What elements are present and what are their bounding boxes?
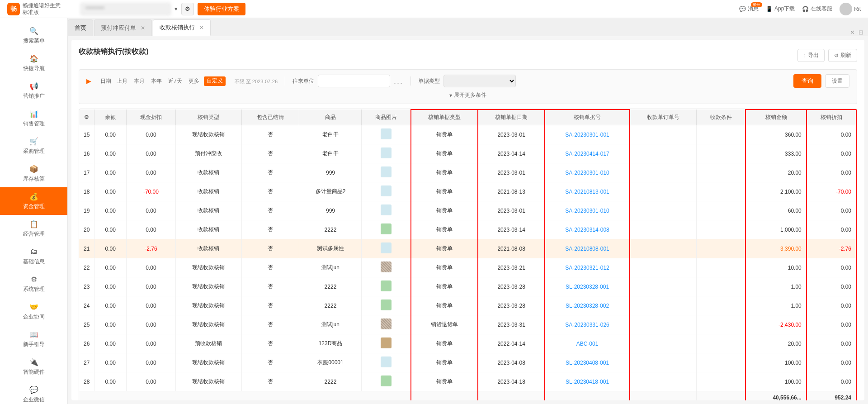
online-service-btn[interactable]: 🎧 在线客服: [802, 5, 832, 13]
row-bill-no[interactable]: SA-20230301-010: [545, 201, 630, 220]
row-receipt-condition: [696, 163, 745, 182]
collapse-toggle[interactable]: ▶: [86, 77, 91, 85]
sidebar-item-purchase[interactable]: 🛒 采购管理: [0, 132, 67, 160]
bill-no-link[interactable]: SA-20230301-001: [565, 132, 609, 138]
industry-button[interactable]: 体验行业方案: [198, 3, 245, 15]
tab-home[interactable]: 首页: [68, 19, 93, 36]
sidebar-item-management[interactable]: 📋 经营管理: [0, 215, 67, 242]
restore-icon[interactable]: ⊡: [859, 29, 863, 36]
sidebar-item-marketing[interactable]: 📢 营销推广: [0, 77, 67, 105]
table-row: 19 0.00 0.00 收款核销 否 999 销货单 2023-03-01 S…: [79, 201, 856, 220]
bill-type-filter: 单据类型: [418, 75, 516, 87]
page-title-bar: 收款核销执行(按收款) ↑ 导出 ↺ 刷新: [79, 47, 857, 64]
date-this-year[interactable]: 本年: [149, 76, 164, 86]
row-bill-no[interactable]: SL-20230418-001: [545, 372, 630, 391]
sidebar-item-nav[interactable]: 🏠 快捷导航: [0, 49, 67, 77]
row-balance: 0.00: [94, 239, 127, 258]
row-goods: 2222: [299, 372, 362, 391]
date-last-month[interactable]: 上月: [115, 76, 129, 86]
sidebar-item-base-info[interactable]: 🗂 基础信息: [0, 242, 67, 270]
sidebar-item-collab[interactable]: 🤝 企业协同: [0, 298, 67, 325]
table-row: 22 0.00 0.00 现结收款核销 否 测试jun 销货单 2023-03-…: [79, 258, 856, 277]
row-receipt-no: [630, 144, 696, 163]
bill-no-link[interactable]: SL-20230328-002: [566, 303, 609, 309]
messages-badge[interactable]: 💬 消息 99+: [739, 5, 759, 13]
settings-button[interactable]: ⚙: [181, 3, 194, 15]
bill-no-link[interactable]: SL-20230418-001: [566, 379, 609, 385]
row-balance: 0.00: [94, 125, 127, 144]
row-write-off-type: 现结收款核销: [175, 258, 241, 277]
search-input-blurred[interactable]: ••••••••••: [80, 3, 171, 15]
bill-no-link[interactable]: SA-20210808-001: [565, 246, 609, 252]
bill-no-link[interactable]: SA-20230414-017: [565, 151, 609, 157]
tab-collection[interactable]: 收款核销执行 ✕: [153, 19, 211, 36]
sidebar-item-search[interactable]: 🔍 搜索菜单: [0, 22, 67, 49]
date-more[interactable]: 更多: [187, 76, 201, 86]
sidebar-item-inventory[interactable]: 📦 库存核算: [0, 160, 67, 187]
bill-no-link[interactable]: SA-20210813-001: [565, 189, 609, 195]
th-goods-img: 商品图片: [362, 109, 411, 125]
partner-input[interactable]: [318, 75, 390, 87]
date-custom[interactable]: 自定义: [204, 76, 226, 86]
set-button[interactable]: 设置: [825, 74, 849, 88]
table-row: 27 0.00 0.00 现结收款核销 否 衣服00001 销货单 2023-0…: [79, 353, 856, 372]
row-receipt-no: [630, 220, 696, 239]
row-goods-img: [362, 201, 411, 220]
bill-no-link[interactable]: SL-20230408-001: [566, 360, 609, 366]
sidebar-item-sales[interactable]: 📊 销售管理: [0, 105, 67, 132]
expand-conditions-btn[interactable]: ▾ 展开更多条件: [449, 91, 486, 99]
date-this-month[interactable]: 本月: [132, 76, 146, 86]
dropdown-arrow-icon[interactable]: ▾: [175, 5, 178, 12]
row-bill-no[interactable]: ABC-001: [545, 334, 630, 353]
sidebar-item-guide[interactable]: 📖 新手引导: [0, 325, 67, 353]
bill-no-link[interactable]: SA-20230301-010: [565, 170, 609, 176]
th-receipt-no: 收款单订单号: [630, 109, 696, 125]
bill-no-link[interactable]: ABC-001: [576, 341, 599, 347]
row-goods-img: [362, 144, 411, 163]
row-bill-no[interactable]: SL-20230408-001: [545, 353, 630, 372]
goods-image: [381, 280, 392, 291]
row-bill-no[interactable]: SA-20230321-012: [545, 258, 630, 277]
partner-dots[interactable]: ...: [394, 76, 403, 86]
row-has-settled: 否: [242, 334, 299, 353]
base-info-icon: 🗂: [29, 247, 38, 256]
row-bill-type: 销货单: [411, 125, 478, 144]
row-receipt-condition: [696, 372, 745, 391]
bill-no-link[interactable]: SA-20230301-010: [565, 208, 609, 214]
row-bill-no[interactable]: SL-20230328-002: [545, 296, 630, 315]
headset-icon: 🎧: [802, 6, 809, 12]
user-profile[interactable]: Rit: [840, 3, 861, 15]
row-bill-date: 2021-08-08: [478, 239, 545, 258]
tab-close-collection[interactable]: ✕: [199, 24, 204, 31]
bill-no-link[interactable]: SA-20230331-026: [565, 322, 609, 328]
bill-no-link[interactable]: SA-20230314-008: [565, 227, 609, 233]
tab-prepay[interactable]: 预付冲应付单 ✕: [94, 19, 152, 36]
row-bill-no[interactable]: SL-20230328-001: [545, 277, 630, 296]
export-button[interactable]: ↑ 导出: [797, 49, 825, 62]
refresh-button[interactable]: ↺ 刷新: [828, 49, 857, 62]
bill-no-link[interactable]: SL-20230328-001: [566, 284, 609, 290]
row-bill-no[interactable]: SA-20230301-010: [545, 163, 630, 182]
close-tab-icon[interactable]: ✕: [850, 29, 855, 36]
row-bill-no[interactable]: SA-20230414-017: [545, 144, 630, 163]
row-bill-no[interactable]: SA-20230314-008: [545, 220, 630, 239]
collab-icon: 🤝: [29, 302, 38, 311]
date-7days[interactable]: 近7天: [166, 76, 184, 86]
row-bill-no[interactable]: SA-20230301-001: [545, 125, 630, 144]
row-goods-img: [362, 315, 411, 334]
row-bill-no[interactable]: SA-20210813-001: [545, 182, 630, 201]
bill-type-select[interactable]: [443, 75, 516, 87]
bill-no-link[interactable]: SA-20230321-012: [565, 265, 609, 271]
row-bill-no[interactable]: SA-20230331-026: [545, 315, 630, 334]
th-settings[interactable]: ⚙: [79, 109, 94, 125]
sidebar-item-system[interactable]: ⚙ 系统管理: [0, 270, 67, 298]
goods-image: [381, 318, 392, 329]
sidebar-item-hardware[interactable]: 🔌 智能硬件: [0, 353, 67, 380]
tab-close-prepay[interactable]: ✕: [141, 25, 145, 31]
query-button[interactable]: 查询: [793, 74, 821, 88]
sidebar-item-finance[interactable]: 💰 资金管理: [0, 187, 67, 215]
sidebar-item-wechat[interactable]: 💬 企业微信: [0, 380, 67, 404]
app-download-btn[interactable]: 📱 App下载: [766, 5, 795, 13]
expand-icon: ▾: [449, 92, 452, 99]
row-bill-no[interactable]: SA-20210808-001: [545, 239, 630, 258]
